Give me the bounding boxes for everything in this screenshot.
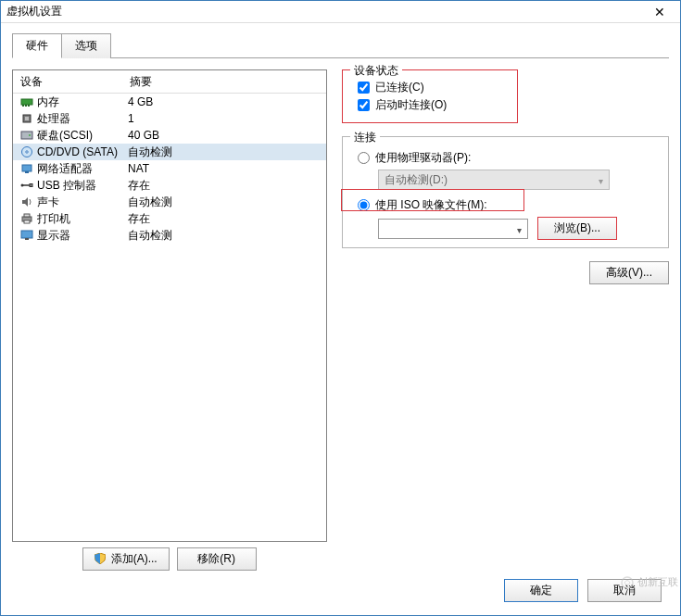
svg-rect-13 bbox=[30, 184, 32, 187]
device-row-printer[interactable]: 打印机 存在 bbox=[13, 210, 326, 227]
svg-rect-1 bbox=[22, 105, 24, 107]
tab-body: 设备 摘要 内存 4 GB 处理器 1 bbox=[12, 58, 669, 571]
device-harddisk-label: 硬盘(SCSI) bbox=[35, 128, 128, 144]
window-title: 虚拟机设置 bbox=[6, 4, 62, 19]
svg-rect-18 bbox=[21, 231, 32, 238]
device-display-label: 显示器 bbox=[35, 228, 128, 244]
use-iso-row: 使用 ISO 映像文件(M): bbox=[352, 197, 659, 213]
svg-rect-5 bbox=[25, 117, 29, 120]
svg-rect-10 bbox=[22, 165, 32, 171]
device-row-cddvd[interactable]: CD/DVD (SATA) 自动检测 bbox=[13, 144, 326, 160]
titlebar: 虚拟机设置 ✕ bbox=[1, 1, 680, 23]
tab-hardware-label: 硬件 bbox=[26, 39, 48, 52]
device-row-harddisk[interactable]: 硬盘(SCSI) 40 GB bbox=[13, 127, 326, 144]
chevron-down-icon: ▾ bbox=[599, 176, 603, 186]
connect-at-poweron-label: 启动时连接(O) bbox=[375, 97, 447, 113]
device-row-display[interactable]: 显示器 自动检测 bbox=[13, 227, 326, 244]
connected-checkbox[interactable] bbox=[358, 82, 370, 94]
memory-icon bbox=[19, 96, 35, 107]
tab-options-label: 选项 bbox=[75, 39, 97, 52]
watermark-text: 创新互联 bbox=[637, 575, 678, 589]
cpu-icon bbox=[19, 112, 35, 125]
connected-label: 已连接(C) bbox=[375, 80, 424, 95]
tab-hardware[interactable]: 硬件 bbox=[12, 33, 62, 58]
svg-point-7 bbox=[29, 134, 31, 136]
advanced-button-label: 高级(V)... bbox=[606, 266, 652, 279]
browse-button-label: 浏览(B)... bbox=[554, 221, 600, 234]
network-icon bbox=[19, 163, 35, 174]
vm-settings-window: 虚拟机设置 ✕ 硬件 选项 设备 摘要 内存 4 bbox=[0, 0, 681, 616]
use-physical-radio[interactable] bbox=[358, 152, 370, 164]
printer-icon bbox=[19, 213, 35, 224]
svg-rect-3 bbox=[28, 105, 30, 107]
device-row-network[interactable]: 网络适配器 NAT bbox=[13, 160, 326, 177]
device-network-summary: NAT bbox=[128, 162, 321, 175]
hdd-icon bbox=[19, 130, 35, 141]
connection-legend: 连接 bbox=[350, 130, 380, 145]
device-processor-summary: 1 bbox=[128, 112, 321, 125]
iso-browse-row: ▾ 浏览(B)... bbox=[352, 217, 659, 240]
svg-rect-2 bbox=[25, 105, 27, 107]
device-network-label: 网络适配器 bbox=[35, 161, 128, 177]
content-area: 硬件 选项 设备 摘要 内存 4 GB bbox=[1, 23, 680, 615]
device-row-usb[interactable]: USB 控制器 存在 bbox=[13, 177, 326, 194]
svg-rect-6 bbox=[21, 132, 32, 139]
device-row-processor[interactable]: 处理器 1 bbox=[13, 110, 326, 127]
iso-path-combo[interactable]: ▾ bbox=[378, 219, 528, 239]
device-usb-summary: 存在 bbox=[128, 178, 321, 194]
advanced-button[interactable]: 高级(V)... bbox=[589, 261, 669, 284]
dialog-footer: 确定 取消 bbox=[12, 571, 669, 610]
svg-point-20 bbox=[622, 577, 633, 588]
device-cddvd-label: CD/DVD (SATA) bbox=[35, 145, 128, 158]
device-sound-label: 声卡 bbox=[35, 195, 128, 210]
device-status-legend: 设备状态 bbox=[350, 63, 402, 79]
tab-options[interactable]: 选项 bbox=[61, 33, 111, 58]
disc-icon bbox=[19, 145, 35, 158]
svg-point-12 bbox=[21, 184, 24, 187]
device-rows: 内存 4 GB 处理器 1 硬盘(SCSI) 40 GB bbox=[13, 94, 326, 244]
device-display-summary: 自动检测 bbox=[128, 228, 321, 244]
device-list: 设备 摘要 内存 4 GB 处理器 1 bbox=[12, 69, 327, 542]
svg-rect-11 bbox=[25, 171, 29, 173]
svg-point-9 bbox=[26, 151, 28, 153]
logo-icon bbox=[621, 576, 634, 589]
remove-button-label: 移除(R) bbox=[197, 552, 235, 565]
add-button-label: 添加(A)... bbox=[111, 552, 158, 565]
ok-button-label: 确定 bbox=[530, 584, 552, 597]
svg-rect-17 bbox=[24, 220, 30, 223]
device-list-header: 设备 摘要 bbox=[13, 70, 326, 94]
close-icon[interactable]: ✕ bbox=[647, 5, 673, 19]
svg-rect-19 bbox=[25, 238, 29, 240]
col-device: 设备 bbox=[20, 74, 130, 90]
device-row-memory[interactable]: 内存 4 GB bbox=[13, 94, 326, 110]
connection-group: 连接 使用物理驱动器(P): 自动检测(D:) ▾ 使用 ISO 映像文件(M)… bbox=[342, 136, 669, 248]
device-row-sound[interactable]: 声卡 自动检测 bbox=[13, 194, 326, 210]
usb-icon bbox=[19, 180, 35, 191]
device-processor-label: 处理器 bbox=[35, 111, 128, 127]
physical-drive-combo: 自动检测(D:) ▾ bbox=[378, 170, 610, 190]
col-summary: 摘要 bbox=[130, 74, 319, 90]
browse-button[interactable]: 浏览(B)... bbox=[537, 217, 617, 240]
use-iso-radio[interactable] bbox=[358, 199, 370, 211]
remove-button[interactable]: 移除(R) bbox=[177, 547, 257, 571]
device-sound-summary: 自动检测 bbox=[128, 195, 321, 210]
connected-row: 已连接(C) bbox=[352, 80, 508, 95]
device-printer-summary: 存在 bbox=[128, 211, 321, 227]
device-buttons: 添加(A)... 移除(R) bbox=[12, 547, 327, 571]
monitor-icon bbox=[19, 230, 35, 241]
use-iso-label: 使用 ISO 映像文件(M): bbox=[375, 197, 487, 213]
ok-button[interactable]: 确定 bbox=[504, 579, 578, 602]
device-printer-label: 打印机 bbox=[35, 211, 128, 227]
chevron-down-icon: ▾ bbox=[517, 225, 522, 235]
tab-strip: 硬件 选项 bbox=[12, 32, 669, 58]
shield-icon bbox=[95, 553, 106, 567]
connect-at-poweron-checkbox[interactable] bbox=[358, 99, 370, 111]
right-panel: 设备状态 已连接(C) 启动时连接(O) 连接 使用物理驱动器(P): bbox=[342, 69, 669, 571]
device-memory-summary: 4 GB bbox=[128, 95, 321, 108]
use-physical-label: 使用物理驱动器(P): bbox=[375, 150, 471, 166]
watermark: 创新互联 bbox=[621, 575, 678, 589]
add-button[interactable]: 添加(A)... bbox=[82, 547, 169, 571]
svg-rect-16 bbox=[24, 214, 30, 217]
physical-drive-value: 自动检测(D:) bbox=[385, 172, 448, 188]
connect-at-poweron-row: 启动时连接(O) bbox=[352, 97, 508, 113]
